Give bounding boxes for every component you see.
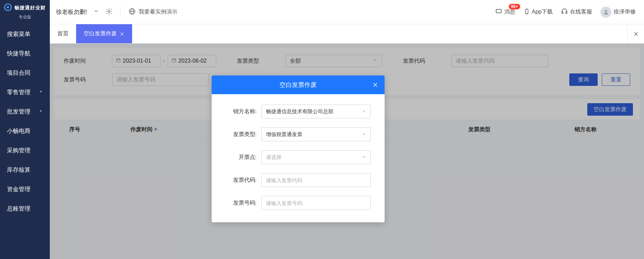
tab-1[interactable]: 空白发票作废: [76, 24, 132, 43]
svg-point-2: [108, 10, 110, 12]
sidebar-item-9[interactable]: 总账管理: [0, 199, 50, 218]
sidebar-item-label: 项目合同: [7, 69, 30, 77]
point-label: 开票点:: [226, 154, 257, 161]
svg-rect-7: [562, 11, 563, 13]
svg-point-1: [7, 6, 9, 9]
sidebar-item-8[interactable]: 资金管理: [0, 179, 50, 199]
tab-bar: 首页空白发票作废: [50, 24, 644, 44]
sidebar-item-1[interactable]: 快捷导航: [0, 44, 50, 63]
tab-0[interactable]: 首页: [50, 24, 76, 43]
message-icon: [495, 8, 502, 16]
app-download-label: App下载: [532, 8, 553, 16]
sidebar-item-label: 小畅电商: [7, 127, 30, 135]
online-cs-label: 在线客服: [570, 8, 592, 16]
tab-close-icon[interactable]: [120, 32, 125, 36]
globe-icon: [128, 8, 136, 17]
type-select[interactable]: 增值税普通发票: [261, 127, 371, 141]
sidebar-item-5[interactable]: 小畅电商: [0, 121, 50, 141]
chevron-down-icon: [361, 132, 366, 137]
demo-link-label: 我要看实例演示: [139, 8, 177, 16]
brand-logo-icon: [3, 3, 12, 13]
sidebar-item-label: 批发管理: [7, 108, 30, 116]
point-placeholder: 请选择: [266, 154, 282, 161]
code-label: 发票代码:: [226, 177, 257, 184]
phone-icon: [524, 8, 530, 16]
sidebar-item-label: 搜索菜单: [7, 30, 30, 38]
dialog-body: 销方名称: 畅捷通信息技术有限公司总部 发票类型: 增值税普通发票 开票点:: [212, 94, 385, 222]
no-label: 发票号码:: [226, 199, 257, 207]
chevron-down-icon: [361, 154, 366, 160]
sidebar-item-label: 采购管理: [7, 146, 30, 154]
headset-icon: [561, 8, 568, 16]
divider: [120, 7, 121, 18]
chevron-down-icon: [361, 109, 366, 115]
svg-rect-8: [566, 11, 567, 13]
sidebar-item-label: 快捷导航: [7, 50, 30, 57]
type-label: 发票类型:: [226, 131, 257, 138]
tab-label: 空白发票作废: [84, 30, 117, 37]
avatar-icon: [600, 7, 611, 18]
tenant-selector[interactable]: 徐老板勿删!: [56, 8, 99, 16]
svg-point-9: [605, 10, 607, 12]
sidebar-item-2[interactable]: 项目合同: [0, 63, 50, 82]
header: 徐老板勿删! 我要看实例演示 消息 99+ App下载: [50, 0, 644, 24]
type-value: 增值税普通发票: [266, 131, 302, 138]
user-name: 徐泽华修: [614, 8, 636, 16]
sidebar-item-6[interactable]: 采购管理: [0, 141, 50, 160]
app-download-button[interactable]: App下载: [524, 8, 553, 16]
brand-area: 畅捷通好业财 专业版: [0, 0, 50, 24]
seller-label: 销方名称:: [226, 108, 257, 115]
sidebar-item-3[interactable]: 零售管理: [0, 82, 50, 102]
brand-name: 畅捷通好业财: [15, 5, 46, 11]
chevron-down-icon: [39, 108, 43, 115]
messages-label: 消息: [504, 8, 515, 16]
brand-edition: 专业版: [3, 14, 46, 20]
seller-value: 畅捷通信息技术有限公司总部: [266, 108, 333, 115]
tenant-name: 徐老板勿删!: [56, 8, 87, 16]
dialog-title: 空白发票作废: [279, 81, 317, 89]
sidebar: 畅捷通好业财 专业版 搜索菜单快捷导航项目合同零售管理批发管理小畅电商采购管理库…: [0, 0, 50, 259]
chevron-down-icon: [93, 8, 99, 16]
point-select[interactable]: 请选择: [261, 150, 371, 164]
user-menu[interactable]: 徐泽华修: [600, 7, 636, 18]
sidebar-item-7[interactable]: 库存核算: [0, 160, 50, 179]
sidebar-item-label: 零售管理: [7, 88, 30, 96]
online-cs-button[interactable]: 在线客服: [561, 8, 592, 16]
seller-select[interactable]: 畅捷通信息技术有限公司总部: [261, 105, 371, 118]
chevron-down-icon: [39, 89, 43, 96]
sidebar-item-label: 总账管理: [7, 205, 30, 213]
settings-gear-icon[interactable]: [105, 8, 113, 16]
code-input[interactable]: [261, 173, 371, 187]
close-all-tabs-button[interactable]: [627, 24, 644, 43]
messages-button[interactable]: 消息 99+: [495, 8, 515, 16]
no-input[interactable]: [261, 196, 371, 210]
sidebar-item-label: 资金管理: [7, 185, 30, 193]
messages-badge: 99+: [509, 4, 520, 9]
void-blank-invoice-dialog: 空白发票作废 销方名称: 畅捷通信息技术有限公司总部 发票类型: 增值税普通发票: [212, 75, 385, 222]
sidebar-item-label: 库存核算: [7, 166, 30, 174]
tab-label: 首页: [57, 30, 68, 37]
sidebar-item-4[interactable]: 批发管理: [0, 102, 50, 121]
dialog-header: 空白发票作废: [212, 75, 385, 94]
demo-link[interactable]: 我要看实例演示: [128, 8, 177, 17]
dialog-close-button[interactable]: [372, 82, 378, 88]
sidebar-item-0[interactable]: 搜索菜单: [0, 24, 50, 44]
